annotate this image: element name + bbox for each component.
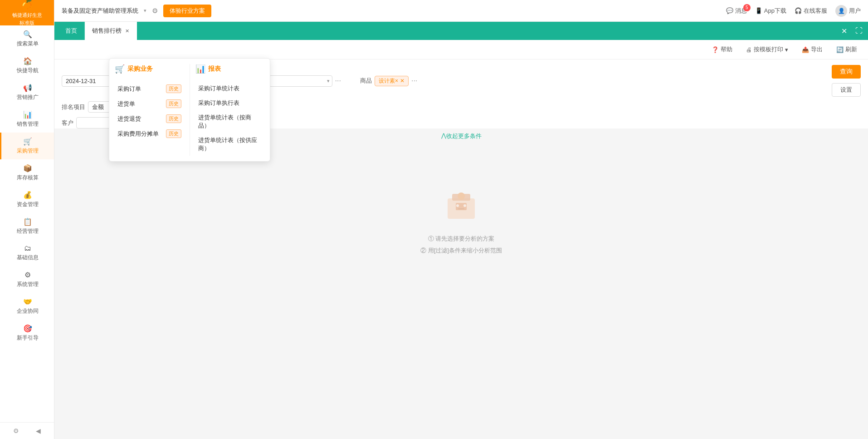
report-icon: 📊: [195, 64, 205, 74]
doc-status-select-wrapper: [269, 75, 332, 87]
report-item[interactable]: 进货单统计表（按商品）: [195, 110, 265, 133]
page-content: ❓ 帮助 🖨 按模板打印 ▾ 📤 导出 🔄 刷新: [54, 40, 868, 439]
tab-home[interactable]: 首页: [58, 22, 85, 40]
sidebar-item-basic[interactable]: 🗂 基础信息: [0, 240, 54, 266]
enterprise-label: 企业协同: [17, 307, 39, 315]
message-badge: 5: [743, 4, 751, 11]
collapse-icon[interactable]: ◀: [36, 427, 41, 434]
main-content: 装备及固定资产辅助管理系统 ▾ ⚙ 体验行业方案 💬 5 消息 📱 App下载 …: [54, 0, 868, 439]
sidebar-item-inventory[interactable]: 📦 库存核算: [0, 159, 54, 186]
sidebar-item-system[interactable]: ⚙ 系统管理: [0, 266, 54, 293]
inventory-icon: 📦: [23, 164, 32, 173]
basic-label: 基础信息: [17, 254, 39, 261]
settings-icon[interactable]: ⚙: [13, 427, 19, 434]
search-label: 搜索菜单: [17, 40, 39, 48]
svg-point-4: [456, 204, 459, 207]
goods-more-icon[interactable]: ···: [411, 77, 417, 85]
refresh-btn[interactable]: 🔄 刷新: [833, 44, 861, 55]
header-right: 💬 5 消息 📱 App下载 🎧 在线客服 👤 用户: [726, 5, 861, 17]
page-toolbar: ❓ 帮助 🖨 按模板打印 ▾ 📤 导出 🔄 刷新: [54, 40, 868, 59]
dropdown-arrow-icon[interactable]: ▾: [144, 8, 146, 14]
report-item[interactable]: 进货单统计表（按供应商）: [195, 133, 265, 156]
history-badge: 历史: [166, 114, 181, 123]
marketing-label: 营销推广: [17, 94, 39, 101]
report-item[interactable]: 采购订单统计表: [195, 81, 265, 96]
doc-status-more-icon[interactable]: ···: [335, 77, 341, 85]
tab-close-all-icon[interactable]: ✕: [839, 27, 849, 35]
purchase-item[interactable]: 进货退货历史: [115, 111, 184, 126]
finance-icon: 💰: [23, 191, 32, 199]
report-item[interactable]: 采购订单执行表: [195, 96, 265, 110]
sidebar-item-guide[interactable]: 🎯 新手引导: [0, 320, 54, 346]
headset-icon: 🎧: [795, 7, 802, 14]
sidebar-item-quick[interactable]: 🏠 快捷导航: [0, 52, 54, 79]
quick-icon: 🏠: [23, 57, 32, 65]
sidebar-item-marketing[interactable]: 📢 营销推广: [0, 79, 54, 106]
tab-bar-actions: ✕ ⛶: [839, 27, 864, 35]
report-col-title-text: 报表: [208, 65, 221, 73]
sales-icon: 📊: [23, 110, 32, 119]
purchase-label: 采购管理: [17, 147, 39, 155]
doc-status-select[interactable]: [269, 75, 332, 87]
goods-label: 商品: [360, 77, 372, 85]
tab-close-icon[interactable]: ✕: [125, 28, 129, 34]
enterprise-icon: 🤝: [23, 297, 32, 306]
sidebar-item-search[interactable]: 🔍 搜索菜单: [0, 25, 54, 52]
search-icon: 🔍: [23, 30, 32, 39]
online-service-label: 在线客服: [804, 7, 827, 15]
sidebar-item-finance[interactable]: 💰 资金管理: [0, 186, 54, 213]
sidebar: 🍊 畅捷通好生意 标准版 🔍 搜索菜单🏠 快捷导航📢 营销推广📊 销售管理🛒 采…: [0, 0, 54, 439]
sales-label: 销售管理: [17, 120, 39, 128]
query-button[interactable]: 查询: [832, 65, 861, 79]
purchase-item[interactable]: 采购费用分摊单历史: [115, 126, 184, 141]
export-btn[interactable]: 📤 导出: [798, 44, 826, 55]
purchase-col-title-text: 采购业务: [127, 65, 153, 73]
rank-label: 排名项目: [62, 103, 85, 111]
empty-tip-1: ① 请先选择要分析的方案: [428, 233, 495, 245]
goods-tag: 设计素× ✕: [375, 76, 409, 86]
svg-point-2: [458, 192, 465, 200]
sidebar-item-operations[interactable]: 📋 经营管理: [0, 213, 54, 240]
collapse-text: 收起更多条件: [446, 132, 482, 140]
industry-btn[interactable]: 体验行业方案: [163, 5, 211, 17]
online-service-btn[interactable]: 🎧 在线客服: [795, 7, 827, 15]
customer-label: 客户: [62, 119, 73, 127]
purchase-col-title: 🛒 采购业务: [115, 64, 184, 77]
goods-tag-text: 设计素×: [379, 77, 398, 85]
purchase-item[interactable]: 采购订单历史: [115, 81, 184, 96]
phone-icon: 📱: [755, 7, 762, 14]
goods-tag-close-icon[interactable]: ✕: [400, 78, 405, 84]
svg-rect-6: [458, 208, 464, 209]
print-btn[interactable]: 🖨 按模板打印 ▾: [742, 44, 792, 55]
inventory-label: 库存核算: [17, 174, 39, 182]
app-download-btn[interactable]: 📱 App下载: [755, 7, 786, 15]
user-btn[interactable]: 👤 用户: [835, 5, 861, 17]
sidebar-logo: 🍊 畅捷通好生意 标准版: [0, 0, 54, 25]
guide-label: 新手引导: [17, 334, 39, 342]
message-btn[interactable]: 💬 5 消息: [726, 7, 747, 15]
message-icon: 💬: [726, 7, 733, 14]
gear-icon[interactable]: ⚙: [152, 7, 158, 15]
purchase-item[interactable]: 进货单历史: [115, 96, 184, 111]
sidebar-item-sales[interactable]: 📊 销售管理: [0, 106, 54, 133]
help-btn[interactable]: ❓ 帮助: [708, 44, 736, 55]
sidebar-item-enterprise[interactable]: 🤝 企业协同: [0, 293, 54, 320]
history-badge: 历史: [166, 129, 181, 138]
help-label: 帮助: [721, 45, 732, 54]
print-dropdown-icon[interactable]: ▾: [785, 46, 788, 53]
history-badge: 历史: [166, 84, 181, 93]
system-label: 系统管理: [17, 281, 39, 288]
system-icon: ⚙: [24, 271, 31, 279]
empty-state: ① 请先选择要分析的方案 ② 用[过滤]条件来缩小分析范围: [54, 144, 868, 293]
tab-sales-rank[interactable]: 销售排行榜 ✕: [85, 22, 137, 40]
system-title: 装备及固定资产辅助管理系统: [62, 7, 138, 15]
report-col: 📊 报表 采购订单统计表采购订单执行表进货单统计表（按商品）进货单统计表（按供应…: [190, 64, 270, 156]
app-download-label: App下载: [764, 7, 786, 15]
export-label: 导出: [811, 45, 823, 54]
logo-icon: 🍊: [21, 0, 33, 11]
sidebar-item-purchase[interactable]: 🛒 采购管理: [0, 133, 54, 159]
print-label: 按模板打印: [754, 45, 783, 54]
tab-fullscreen-icon[interactable]: ⛶: [853, 27, 864, 35]
basic-icon: 🗂: [24, 244, 31, 252]
setting-button[interactable]: 设置: [832, 83, 861, 97]
